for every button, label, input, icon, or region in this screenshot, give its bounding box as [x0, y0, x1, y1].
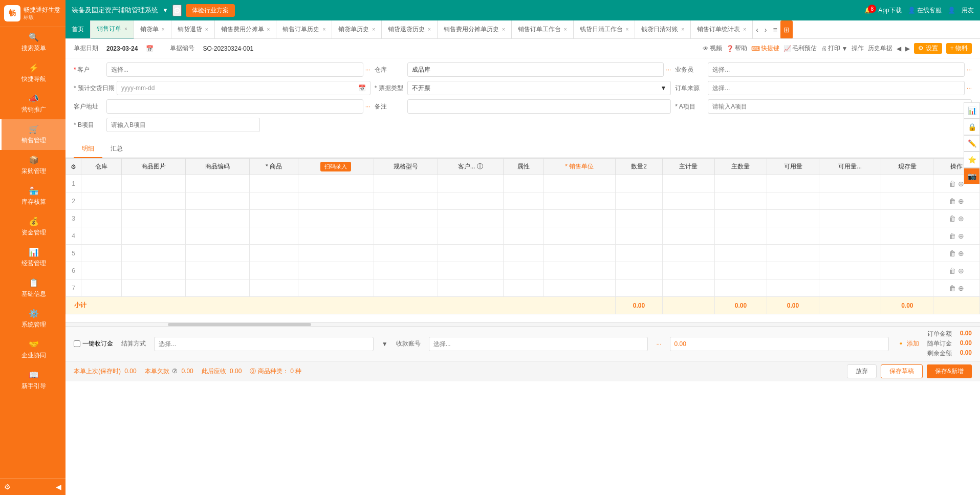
tab-daily-workbench-close[interactable]: ×: [626, 27, 629, 32]
tab-sales-return[interactable]: 销货退货 ×: [171, 20, 215, 39]
industry-btn[interactable]: 体验行业方案: [186, 4, 235, 17]
amount-input[interactable]: [670, 337, 889, 351]
customer-input[interactable]: [106, 62, 363, 77]
sidebar-collapse-btn[interactable]: ◀: [56, 483, 61, 491]
right-camera-btn[interactable]: 📷: [964, 168, 980, 184]
tab-sales-order-close[interactable]: ×: [124, 26, 127, 32]
one-click-checkbox-label[interactable]: 一键收订金: [74, 339, 113, 348]
sidebar-item-basic[interactable]: 📋 基础信息: [0, 273, 66, 304]
tab-return-history-close[interactable]: ×: [428, 27, 431, 32]
a-project-input[interactable]: [708, 99, 972, 114]
tab-sales-fee[interactable]: 销售费用分摊单 ×: [215, 20, 277, 39]
tab-sales-fee-close[interactable]: ×: [267, 27, 270, 32]
tab-sales-order[interactable]: 销售订单 ×: [91, 20, 134, 39]
row1-main-qty[interactable]: [714, 175, 767, 192]
tab-daily-reconcile[interactable]: 钱货日清对账 ×: [635, 20, 691, 39]
app-download-link[interactable]: App下载: [878, 6, 901, 15]
view-btn[interactable]: 👁 视频: [703, 44, 722, 53]
tab-nav-expand[interactable]: ⊞: [780, 20, 793, 39]
system-dropdown-icon[interactable]: ▼: [162, 7, 168, 14]
row3-delete-btn[interactable]: 🗑: [949, 214, 956, 223]
sidebar-item-quick-nav[interactable]: ⚡ 快捷导航: [0, 58, 66, 89]
tab-summary[interactable]: 汇总: [102, 140, 131, 158]
row1-delete-btn[interactable]: 🗑: [949, 180, 956, 188]
invoice-select[interactable]: 不开票 ▼: [407, 81, 671, 95]
right-edit-btn[interactable]: ✏️: [964, 135, 980, 152]
tab-sales-goods[interactable]: 销货单 ×: [134, 20, 171, 39]
print-btn[interactable]: 🖨 打印 ▼: [821, 44, 847, 53]
sidebar-item-operations[interactable]: 📊 经营管理: [0, 242, 66, 273]
operate-btn[interactable]: 操作: [852, 44, 864, 53]
tab-sales-workbench[interactable]: 销售订单工作台 ×: [512, 20, 574, 39]
row5-delete-btn[interactable]: 🗑: [949, 249, 956, 257]
row7-delete-btn[interactable]: 🗑: [949, 284, 956, 292]
right-chart-btn[interactable]: 📊: [964, 102, 980, 119]
sidebar-item-finance[interactable]: 💰 资金管理: [0, 211, 66, 242]
save-draft-btn[interactable]: 保存草稿: [881, 364, 923, 378]
row1-spec[interactable]: [374, 175, 438, 192]
tab-sales-stats-close[interactable]: ×: [743, 27, 746, 32]
sidebar-settings-btn[interactable]: ⚙: [4, 483, 11, 491]
add-payment-btn[interactable]: 🔸 添加: [897, 339, 919, 348]
tab-detail[interactable]: 明细: [74, 140, 102, 158]
shortcut-btn[interactable]: ⌨ 快捷键: [751, 44, 779, 53]
account-input[interactable]: [429, 337, 648, 351]
nav-prev-btn[interactable]: ◀: [897, 45, 901, 52]
row3-copy-btn[interactable]: ⊕: [958, 214, 964, 223]
calendar-icon[interactable]: 📅: [146, 45, 154, 52]
tab-nav-prev[interactable]: ‹: [753, 20, 761, 39]
payment-dropdown[interactable]: ▼: [382, 340, 388, 348]
tab-goods-history[interactable]: 销货单历史 ×: [332, 20, 382, 39]
scrollbar-thumb[interactable]: [168, 323, 311, 326]
sidebar-item-sales[interactable]: 🛒 销售管理: [0, 119, 66, 150]
sidebar-item-marketing[interactable]: 📣 营销推广: [0, 89, 66, 119]
row4-copy-btn[interactable]: ⊕: [958, 232, 964, 240]
sidebar-item-inventory[interactable]: 🏪 库存核算: [0, 181, 66, 211]
warehouse-dots-btn[interactable]: ···: [666, 66, 671, 73]
tab-fee-history[interactable]: 销售费用分摊单历史 ×: [438, 20, 512, 39]
tab-sales-return-close[interactable]: ×: [205, 27, 208, 32]
salesman-input[interactable]: [708, 62, 965, 77]
expected-date-input[interactable]: yyyy-mm-dd 📅: [117, 81, 371, 95]
row1-cust-code[interactable]: [438, 175, 503, 192]
col-scan[interactable]: 扫码录入: [298, 159, 374, 175]
tab-home[interactable]: 首页: [66, 20, 91, 39]
row1-warehouse[interactable]: [81, 175, 122, 192]
scan-input-btn[interactable]: 扫码录入: [320, 162, 351, 171]
online-service-link[interactable]: 👤 在线客服: [908, 6, 942, 15]
add-material-btn[interactable]: + 物料: [946, 43, 972, 54]
tab-return-history[interactable]: 销货退货历史 ×: [382, 20, 438, 39]
tab-sales-order-history[interactable]: 销售订单历史 ×: [276, 20, 332, 39]
sidebar-item-guide[interactable]: 📖 新手引导: [0, 365, 66, 396]
save-new-btn[interactable]: 保存&新增: [927, 364, 972, 378]
nav-next-btn[interactable]: ▶: [905, 45, 910, 52]
order-source-input[interactable]: [708, 81, 965, 95]
address-dots[interactable]: ···: [365, 103, 371, 110]
tab-nav-next[interactable]: ›: [761, 20, 770, 39]
row7-copy-btn[interactable]: ⊕: [958, 284, 964, 292]
discard-btn[interactable]: 放弃: [847, 364, 877, 378]
row2-delete-btn[interactable]: 🗑: [949, 197, 956, 205]
b-project-input[interactable]: [106, 118, 260, 132]
tab-daily-workbench[interactable]: 钱货日清工作台 ×: [574, 20, 636, 39]
row1-main-unit[interactable]: [662, 175, 714, 192]
sidebar-item-system[interactable]: ⚙️ 系统管理: [0, 304, 66, 334]
salesman-dots-btn[interactable]: ···: [967, 66, 972, 73]
col-settings[interactable]: ⚙: [66, 159, 81, 175]
one-click-checkbox[interactable]: [74, 340, 80, 347]
header-settings-btn[interactable]: ⚙: [172, 5, 182, 16]
row6-delete-btn[interactable]: 🗑: [949, 267, 956, 275]
notification-badge[interactable]: 🔔 8: [864, 7, 872, 14]
address-input[interactable]: [106, 99, 363, 114]
warehouse-input[interactable]: [407, 62, 664, 77]
row1-attr[interactable]: [503, 175, 543, 192]
row1-product[interactable]: [250, 175, 298, 192]
settings-right-btn[interactable]: ⚙ 设置: [914, 43, 942, 54]
row4-delete-btn[interactable]: 🗑: [949, 232, 956, 240]
tab-fee-history-close[interactable]: ×: [502, 27, 505, 32]
tab-sales-goods-close[interactable]: ×: [162, 27, 165, 32]
sidebar-item-purchase[interactable]: 📦 采购管理: [0, 150, 66, 181]
payment-input[interactable]: [154, 337, 374, 351]
remark-input[interactable]: [407, 99, 671, 114]
history-btn[interactable]: 历史单据: [868, 44, 892, 53]
